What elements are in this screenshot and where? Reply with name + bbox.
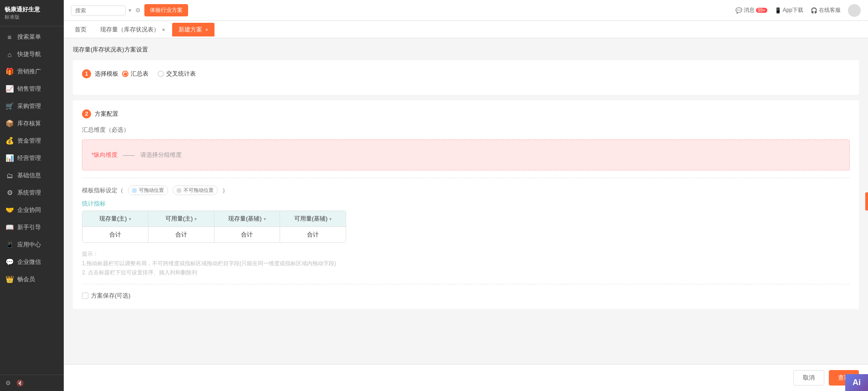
radio-cross-label: 交叉统计表 [166,70,196,78]
sidebar-item-app-center[interactable]: 📱 应用中心 [0,236,64,253]
radio-summary[interactable]: 汇总表 [122,70,148,78]
divider-2 [82,284,850,284]
message-icon: 💬 [735,7,742,14]
sound-icon[interactable]: 🔇 [16,380,24,386]
tips-title: 提示： [82,250,850,258]
topbar: ▾ ⚙ 体验行业方案 💬 消息 99+ 📱 App下载 🎧 在线客服 [64,0,868,21]
settings-icon[interactable]: ⚙ [5,380,11,386]
chevron-down-icon-2: ▾ [264,216,266,221]
app-download-badge[interactable]: 📱 App下载 [775,6,803,14]
message-badge[interactable]: 💬 消息 99+ [735,6,767,14]
home-icon: ⌂ [5,51,14,58]
message-count: 99+ [756,8,767,13]
tab-new-plan[interactable]: 新建方案 × [172,23,214,36]
customer-service-label: 在线客服 [819,6,841,14]
fixed-dot [177,188,181,193]
sidebar-logo: 畅康通好生意 标准版 [0,0,64,26]
radio-circle-summary [122,71,128,77]
crown-icon: 👑 [5,275,14,283]
step1-badge: 1 [82,69,91,78]
money-icon: 💰 [5,137,14,145]
stats-col-body-3: 合计 [280,227,346,242]
indicator-label-text: 模板指标设定（ [82,186,123,195]
col-header-label-1: 可用量(主) [165,215,193,223]
step2-card: 2 方案配置 汇总维度（必选） *纵向维度 —— 请选择分组维度 模板指标设定（… [73,100,859,309]
sidebar-item-system[interactable]: ⚙ 系统管理 [0,184,64,201]
dimension-area[interactable]: *纵向维度 —— 请选择分组维度 [82,139,850,170]
save-checkbox[interactable] [82,293,88,299]
stats-col-body-1: 合计 [148,227,214,242]
mobile-icon: 📱 [5,241,14,249]
box-icon: 📦 [5,119,14,128]
sidebar-item-guide[interactable]: 📖 新手引导 [0,219,64,236]
app-name: 畅康通好生意 [5,5,59,14]
step1-card: 1 选择模板 汇总表 交叉统计表 [73,60,859,95]
sidebar-item-inventory[interactable]: 📦 库存核算 [0,115,64,132]
tab-home-label: 首页 [75,26,87,34]
save-option-label: 方案保存(可选) [91,292,131,300]
stats-col-header-3[interactable]: 可用量(基辅) ▾ [280,211,346,227]
customer-service-badge[interactable]: 🎧 在线客服 [811,6,841,14]
search-input[interactable] [71,5,126,15]
sidebar-item-sales[interactable]: 📈 销售管理 [0,80,64,98]
tab-inventory-label: 现存量（库存状况表） [100,26,159,34]
sidebar-item-finance[interactable]: 💰 资金管理 [0,132,64,149]
sidebar-item-search-menu[interactable]: ≡ 搜索菜单 [0,28,64,46]
sidebar-item-quick-nav[interactable]: ⌂ 快捷导航 [0,46,64,63]
cancel-button[interactable]: 取消 [793,370,824,386]
sidebar: 畅康通好生意 标准版 ≡ 搜索菜单 ⌂ 快捷导航 🎁 营销推广 📈 销售管理 🛒… [0,0,64,391]
stats-col-header-2[interactable]: 现存量(基辅) ▾ [214,211,280,227]
sidebar-item-label: 采购管理 [17,102,41,110]
topbar-right: 💬 消息 99+ 📱 App下载 🎧 在线客服 [735,4,861,17]
industry-btn[interactable]: 体验行业方案 [144,4,188,16]
sidebar-bottom: ⚙ 🔇 [0,375,64,391]
sidebar-item-label: 企业协同 [17,206,41,214]
sidebar-item-base-info[interactable]: 🗂 基础信息 [0,167,64,184]
message-label: 消息 [744,6,755,14]
draggable-label: 可拖动位置 [139,187,164,194]
chevron-down-icon-0: ▾ [129,216,131,221]
sidebar-item-member[interactable]: 👑 畅会员 [0,271,64,288]
stats-col-2: 现存量(基辅) ▾ 合计 [214,211,281,242]
radio-cross[interactable]: 交叉统计表 [158,70,196,78]
sidebar-item-purchase[interactable]: 🛒 采购管理 [0,98,64,115]
gear-icon[interactable]: ⚙ [135,7,141,14]
step2-header: 2 方案配置 [82,109,850,118]
app-download-label: App下载 [783,6,803,14]
sidebar-item-label: 系统管理 [17,189,41,197]
sidebar-item-marketing[interactable]: 🎁 营销推广 [0,63,64,80]
col-header-label-2: 现存量(基辅) [228,215,262,223]
dimension-placeholder: 请选择分组维度 [140,151,182,159]
tip-1: 1.拖动标题栏可以调整布局，不可跨维度或指标区域拖动栏目字段(只能在同一维度或指… [82,260,850,268]
fixed-label: 不可拖动位置 [184,187,214,194]
dropdown-icon: ▾ [128,7,132,14]
indicator-label-end: ） [222,186,228,195]
tab-inventory-status[interactable]: 现存量（库存状况表） × [94,23,171,36]
stats-col-header-0[interactable]: 现存量(主) ▾ [82,211,148,227]
tab-close-icon[interactable]: × [205,27,208,32]
sidebar-item-enterprise[interactable]: 🤝 企业协同 [0,201,64,219]
sidebar-item-label: 库存核算 [17,119,41,128]
stats-header-label: 统计指标 [82,200,850,208]
tips-section: 提示： 1.拖动标题栏可以调整布局，不可跨维度或指标区域拖动栏目字段(只能在同一… [82,250,850,277]
tab-close-icon[interactable]: × [162,27,165,32]
topbar-left: ▾ ⚙ 体验行业方案 [71,4,188,16]
sidebar-item-label: 销售管理 [17,85,41,93]
user-avatar[interactable] [848,4,861,17]
scroll-handle[interactable] [865,192,868,211]
sidebar-item-wechat[interactable]: 💬 企业微信 [0,253,64,271]
sidebar-item-label: 营销推广 [17,67,41,76]
draggable-chip: 可拖动位置 [128,185,168,195]
stats-col-header-1[interactable]: 可用量(主) ▾ [148,211,214,227]
tab-home[interactable]: 首页 [68,23,93,36]
gift-icon: 🎁 [5,67,14,76]
step2-badge: 2 [82,109,91,118]
step2-label: 方案配置 [95,110,118,118]
chevron-down-icon-1: ▾ [194,216,197,221]
sidebar-item-operations[interactable]: 📊 经营管理 [0,149,64,167]
search-menu-icon: ≡ [5,33,14,41]
dimension-required: *纵向维度 [92,151,117,159]
sidebar-item-label: 经营管理 [17,154,41,162]
book-icon: 📖 [5,223,14,232]
ai-badge[interactable]: Ai [845,374,868,391]
